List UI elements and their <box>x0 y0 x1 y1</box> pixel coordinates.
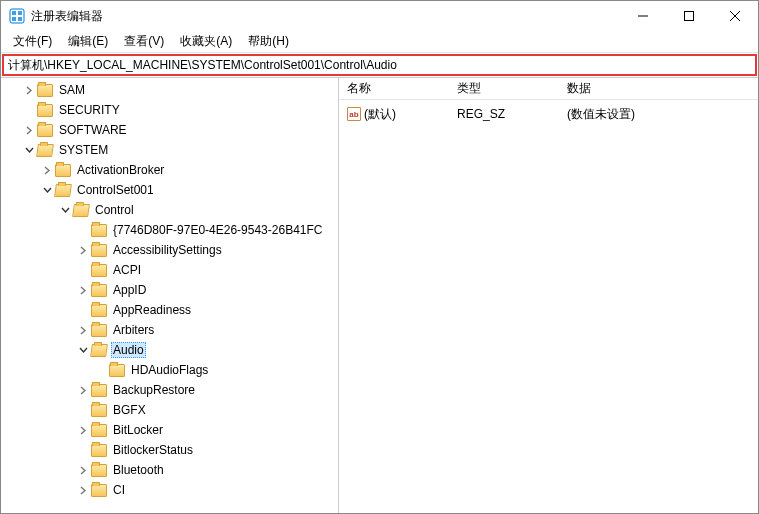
tree-node[interactable]: Audio <box>1 340 338 360</box>
chevron-down-icon[interactable] <box>59 204 71 216</box>
column-header-name[interactable]: 名称 <box>347 80 457 97</box>
chevron-right-icon[interactable] <box>23 124 35 136</box>
chevron-down-icon[interactable] <box>77 344 89 356</box>
tree-node[interactable]: SAM <box>1 80 338 100</box>
tree-node[interactable]: HDAudioFlags <box>1 360 338 380</box>
tree-node-label: SECURITY <box>57 103 122 117</box>
string-value-icon: ab <box>347 107 361 121</box>
tree-node[interactable]: ACPI <box>1 260 338 280</box>
menu-edit[interactable]: 编辑(E) <box>62 31 114 52</box>
chevron-right-icon[interactable] <box>77 484 89 496</box>
chevron-right-icon[interactable] <box>77 324 89 336</box>
chevron-down-icon[interactable] <box>23 144 35 156</box>
chevron-right-icon[interactable] <box>77 424 89 436</box>
tree-node[interactable]: BitLocker <box>1 420 338 440</box>
value-row[interactable]: ab(默认)REG_SZ(数值未设置) <box>347 104 750 124</box>
values-header: 名称 类型 数据 <box>339 78 758 100</box>
menu-help[interactable]: 帮助(H) <box>242 31 295 52</box>
folder-icon <box>72 204 90 217</box>
chevron-right-icon[interactable] <box>77 464 89 476</box>
menu-view[interactable]: 查看(V) <box>118 31 170 52</box>
address-bar[interactable] <box>2 54 757 76</box>
tree-node-label: Arbiters <box>111 323 156 337</box>
tree-node-label: AccessibilitySettings <box>111 243 224 257</box>
chevron-right-icon[interactable] <box>77 244 89 256</box>
column-header-data[interactable]: 数据 <box>567 80 758 97</box>
column-header-type[interactable]: 类型 <box>457 80 567 97</box>
tree-node[interactable]: SECURITY <box>1 100 338 120</box>
folder-icon <box>91 304 107 317</box>
tree-node[interactable]: {7746D80F-97E0-4E26-9543-26B41FC <box>1 220 338 240</box>
tree-node-label: CI <box>111 483 127 497</box>
folder-icon <box>109 364 125 377</box>
folder-icon <box>91 444 107 457</box>
svg-rect-1 <box>12 11 16 15</box>
tree-node-label: BGFX <box>111 403 148 417</box>
menu-bar: 文件(F) 编辑(E) 查看(V) 收藏夹(A) 帮助(H) <box>1 31 758 53</box>
folder-icon <box>91 404 107 417</box>
tree-node-label: ACPI <box>111 263 143 277</box>
window-title: 注册表编辑器 <box>31 8 620 25</box>
folder-icon <box>91 284 107 297</box>
tree-node-label: ActivationBroker <box>75 163 166 177</box>
folder-icon <box>91 244 107 257</box>
tree-node[interactable]: BitlockerStatus <box>1 440 338 460</box>
title-bar: 注册表编辑器 <box>1 1 758 31</box>
tree-node-label: SAM <box>57 83 87 97</box>
chevron-right-icon[interactable] <box>77 384 89 396</box>
values-pane: 名称 类型 数据 ab(默认)REG_SZ(数值未设置) <box>339 78 758 513</box>
app-icon <box>9 8 25 24</box>
folder-icon <box>91 384 107 397</box>
tree-node-label: BitlockerStatus <box>111 443 195 457</box>
tree-node-label: Bluetooth <box>111 463 166 477</box>
folder-icon <box>91 424 107 437</box>
tree-node[interactable]: AppReadiness <box>1 300 338 320</box>
folder-icon <box>90 344 108 357</box>
tree-node-label: SOFTWARE <box>57 123 129 137</box>
value-name: (默认) <box>364 106 396 123</box>
folder-icon <box>91 324 107 337</box>
folder-icon <box>91 224 107 237</box>
maximize-button[interactable] <box>666 1 712 31</box>
tree-node[interactable]: ActivationBroker <box>1 160 338 180</box>
tree-node[interactable]: SYSTEM <box>1 140 338 160</box>
folder-icon <box>54 184 72 197</box>
chevron-right-icon[interactable] <box>77 284 89 296</box>
tree-node-label: ControlSet001 <box>75 183 156 197</box>
tree-node-label: Audio <box>111 342 146 358</box>
chevron-right-icon[interactable] <box>23 84 35 96</box>
svg-rect-2 <box>18 11 22 15</box>
svg-rect-3 <box>12 17 16 21</box>
value-data: (数值未设置) <box>567 106 750 123</box>
tree-node-label: BitLocker <box>111 423 165 437</box>
folder-icon <box>37 84 53 97</box>
tree-node-label: AppID <box>111 283 148 297</box>
tree-node[interactable]: AccessibilitySettings <box>1 240 338 260</box>
tree-node[interactable]: Control <box>1 200 338 220</box>
tree-node[interactable]: BackupRestore <box>1 380 338 400</box>
tree-node[interactable]: AppID <box>1 280 338 300</box>
tree-node-label: Control <box>93 203 136 217</box>
folder-icon <box>55 164 71 177</box>
minimize-button[interactable] <box>620 1 666 31</box>
menu-file[interactable]: 文件(F) <box>7 31 58 52</box>
tree-node-label: {7746D80F-97E0-4E26-9543-26B41FC <box>111 223 324 237</box>
tree-node[interactable]: BGFX <box>1 400 338 420</box>
chevron-right-icon[interactable] <box>41 164 53 176</box>
close-button[interactable] <box>712 1 758 31</box>
tree-node[interactable]: ControlSet001 <box>1 180 338 200</box>
tree-pane[interactable]: SAMSECURITYSOFTWARESYSTEMActivationBroke… <box>1 78 339 513</box>
tree-node-label: AppReadiness <box>111 303 193 317</box>
folder-icon <box>37 124 53 137</box>
chevron-down-icon[interactable] <box>41 184 53 196</box>
tree-node[interactable]: Arbiters <box>1 320 338 340</box>
tree-node[interactable]: SOFTWARE <box>1 120 338 140</box>
folder-icon <box>91 464 107 477</box>
tree-node-label: BackupRestore <box>111 383 197 397</box>
tree-node-label: HDAudioFlags <box>129 363 210 377</box>
tree-node[interactable]: CI <box>1 480 338 500</box>
address-input[interactable] <box>8 58 751 72</box>
tree-node-label: SYSTEM <box>57 143 110 157</box>
tree-node[interactable]: Bluetooth <box>1 460 338 480</box>
menu-favorites[interactable]: 收藏夹(A) <box>174 31 238 52</box>
